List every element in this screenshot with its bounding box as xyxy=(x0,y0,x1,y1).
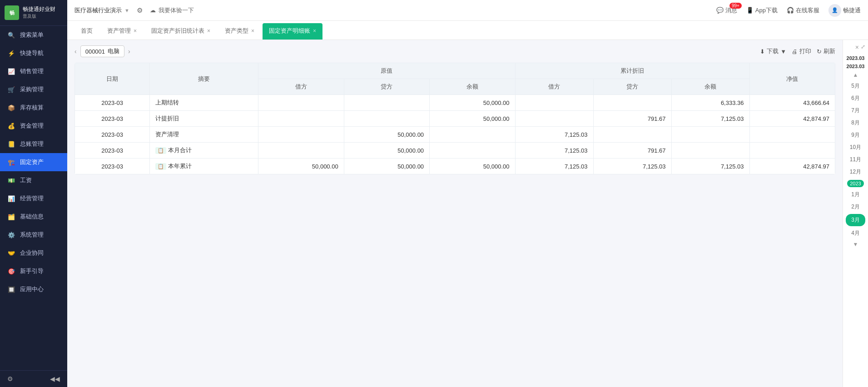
sidebar-label-payroll: 工资 xyxy=(20,176,32,184)
th-orig-balance: 余额 xyxy=(430,79,515,95)
timeline-month[interactable]: 12月 xyxy=(843,166,868,178)
settings-icon[interactable]: ⚙ xyxy=(7,375,13,382)
tab-asset_mgmt[interactable]: 资产管理× xyxy=(101,23,143,40)
sidebar-item-search[interactable]: 🔍搜索菜单 xyxy=(0,26,67,44)
system-icon: ⚙️ xyxy=(7,231,15,239)
sidebar-item-operations[interactable]: 📊经营管理 xyxy=(0,189,67,208)
th-orig-debit: 借方 xyxy=(258,79,344,95)
td-net-value xyxy=(749,143,835,159)
td-summary: 📋本月合计 xyxy=(150,143,258,159)
guide-icon: 🎯 xyxy=(7,267,15,275)
sidebar-item-guide[interactable]: 🎯新手引导 xyxy=(0,262,67,280)
tab-close-asset_mgmt[interactable]: × xyxy=(134,28,137,34)
timeline-prev-btn[interactable]: ▲ xyxy=(853,70,858,80)
sidebar-item-quick_nav[interactable]: ⚡快捷导航 xyxy=(0,44,67,62)
th-summary: 摘要 xyxy=(150,63,258,95)
print-btn[interactable]: 🖨 打印 xyxy=(792,47,811,55)
td-orig-balance: 50,000.00 xyxy=(430,159,515,174)
message-icon: 💬 xyxy=(716,7,724,14)
sidebar-item-sales[interactable]: 📈销售管理 xyxy=(0,62,67,80)
tab-home[interactable]: 首页 xyxy=(74,23,99,40)
timeline-close-btn[interactable]: × xyxy=(855,44,859,51)
ledger-icon: 📒 xyxy=(7,140,15,148)
timeline-expand-btn[interactable]: ⤢ xyxy=(861,44,865,51)
subnav-actions: ⬇ 下载 ▼ 🖨 打印 ↻ 刷新 xyxy=(760,47,835,55)
timeline-month[interactable]: 5月 xyxy=(843,80,868,92)
td-acc-debit xyxy=(515,111,593,127)
fixed_assets-icon: 🏗️ xyxy=(7,158,15,166)
timeline-month[interactable]: 10月 xyxy=(843,141,868,154)
prev-asset-btn[interactable]: ‹ xyxy=(74,48,77,55)
year-2023-badge[interactable]: 2023 xyxy=(847,180,863,187)
td-acc-credit: 791.67 xyxy=(593,143,671,159)
collab-icon: 🤝 xyxy=(7,249,15,257)
td-summary: 上期结转 xyxy=(150,95,258,111)
timeline-month[interactable]: 8月 xyxy=(843,117,868,129)
sidebar-item-basics[interactable]: 🗂️基础信息 xyxy=(0,208,67,226)
tab-label-asset_type: 资产类型 xyxy=(225,27,248,35)
gear-icon[interactable]: ⚙ xyxy=(137,6,143,15)
download-icon: ⬇ xyxy=(760,48,765,55)
content-area: ‹ 000001 电脑 › ⬇ 下载 ▼ 🖨 打印 xyxy=(67,40,868,387)
timeline-month[interactable]: 6月 xyxy=(843,92,868,104)
timeline-next-btn[interactable]: ▼ xyxy=(853,239,858,249)
sidebar-item-fixed_assets[interactable]: 🏗️固定资产 xyxy=(0,153,67,171)
sidebar-item-ledger[interactable]: 📒总账管理 xyxy=(0,135,67,153)
td-orig-credit: 50,000.00 xyxy=(344,159,429,174)
timeline-month[interactable]: 9月 xyxy=(843,129,868,141)
collapse-icon[interactable]: ◀◀ xyxy=(50,375,60,382)
td-net-value xyxy=(749,127,835,143)
tab-close-asset_type[interactable]: × xyxy=(251,28,254,34)
th-original-value: 原值 xyxy=(258,63,515,79)
message-btn[interactable]: 💬 消息 99+ xyxy=(716,6,737,15)
timeline-month-2023-4月[interactable]: 4月 xyxy=(843,227,868,239)
timeline-month[interactable]: 11月 xyxy=(843,154,868,166)
tab-close-asset_detail[interactable]: × xyxy=(313,28,316,34)
th-orig-credit: 贷方 xyxy=(344,79,429,95)
timeline-month[interactable]: 7月 xyxy=(843,104,868,117)
td-orig-credit xyxy=(344,95,429,111)
main-area: 医疗器械行业演示 ▼ ⚙ ☁ 我要体验一下 💬 消息 99+ 📱 App下载 🎧… xyxy=(67,0,868,387)
experience-btn[interactable]: ☁ 我要体验一下 xyxy=(150,6,194,15)
sidebar-item-inventory[interactable]: 📦库存核算 xyxy=(0,99,67,117)
td-acc-debit: 7,125.03 xyxy=(515,159,593,174)
topbar: 医疗器械行业演示 ▼ ⚙ ☁ 我要体验一下 💬 消息 99+ 📱 App下载 🎧… xyxy=(67,0,868,21)
company-dropdown-icon: ▼ xyxy=(124,8,129,13)
td-date: 2023-03 xyxy=(75,95,150,111)
sidebar-footer: ⚙ ◀◀ xyxy=(0,370,67,387)
sidebar-item-purchase[interactable]: 🛒采购管理 xyxy=(0,80,67,99)
online-service-label: 在线客服 xyxy=(796,6,819,15)
td-orig-debit: 50,000.00 xyxy=(258,159,344,174)
td-net-value: 42,874.97 xyxy=(749,159,835,174)
th-date: 日期 xyxy=(75,63,150,95)
timeline-month-2023-1月[interactable]: 1月 xyxy=(843,189,868,201)
tab-close-depreciation_stat[interactable]: × xyxy=(207,28,210,34)
download-btn[interactable]: ⬇ 下载 ▼ xyxy=(760,47,786,55)
sidebar-item-app_center[interactable]: 🔲应用中心 xyxy=(0,280,67,298)
user-area[interactable]: 👤 畅捷通 xyxy=(828,4,861,17)
sidebar-item-payroll[interactable]: 💵工资 xyxy=(0,171,67,189)
timeline-month-2023-2月[interactable]: 2月 xyxy=(843,201,868,213)
td-acc-debit: 7,125.03 xyxy=(515,143,593,159)
tab-depreciation_stat[interactable]: 固定资产折旧统计表× xyxy=(145,23,217,40)
timeline-month-2023-3月[interactable]: 3月 xyxy=(846,214,865,226)
tab-asset_detail[interactable]: 固定资产明细账× xyxy=(263,23,322,40)
sidebar-label-quick_nav: 快捷导航 xyxy=(20,49,44,57)
tab-asset_type[interactable]: 资产类型× xyxy=(218,23,261,40)
timeline-2023-months: 1月2月3月4月 xyxy=(843,189,868,239)
next-asset-btn[interactable]: › xyxy=(128,48,130,55)
td-acc-debit: 7,125.03 xyxy=(515,127,593,143)
avatar: 👤 xyxy=(828,4,841,17)
refresh-btn[interactable]: ↻ 刷新 xyxy=(817,47,835,55)
td-orig-debit xyxy=(258,95,344,111)
td-date: 2023-03 xyxy=(75,143,150,159)
online-service-btn[interactable]: 🎧 在线客服 xyxy=(787,6,819,15)
sidebar-item-collab[interactable]: 🤝企业协同 xyxy=(0,244,67,262)
asset-name: 电脑 xyxy=(108,47,119,55)
sidebar-item-finance[interactable]: 💰资金管理 xyxy=(0,117,67,135)
refresh-icon: ↻ xyxy=(817,48,822,55)
app-download-btn[interactable]: 📱 App下载 xyxy=(746,6,778,15)
sidebar-item-system[interactable]: ⚙️系统管理 xyxy=(0,226,67,244)
company-selector[interactable]: 医疗器械行业演示 ▼ xyxy=(74,6,129,15)
timeline-old-months: 5月6月7月8月9月10月11月12月 xyxy=(843,80,868,178)
